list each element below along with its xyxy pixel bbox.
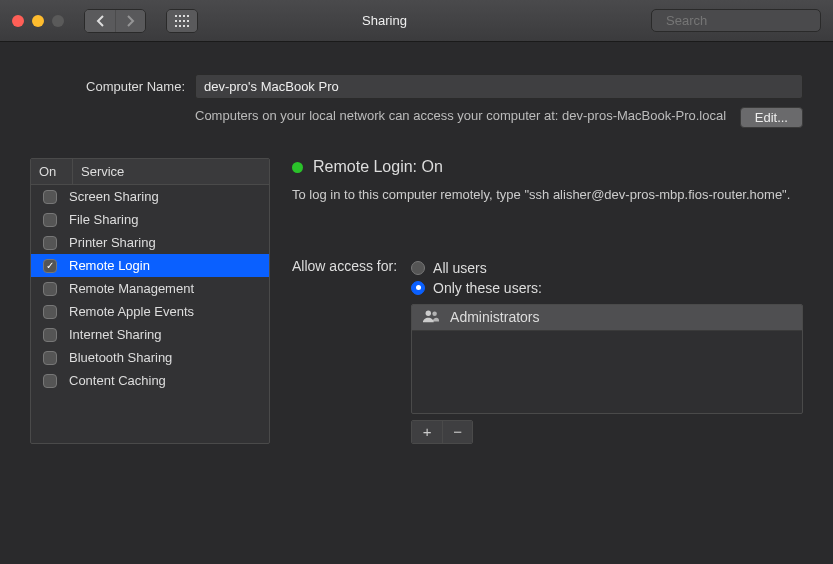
svg-point-14 xyxy=(426,310,431,315)
computer-name-hint: Computers on your local network can acce… xyxy=(195,107,728,128)
service-row[interactable]: Printer Sharing xyxy=(31,231,269,254)
header-on: On xyxy=(31,159,73,184)
service-checkbox[interactable]: ✓ xyxy=(43,259,57,273)
main-area: On Service Screen SharingFile SharingPri… xyxy=(30,158,803,444)
status-indicator-icon xyxy=(292,162,303,173)
titlebar: Sharing xyxy=(0,0,833,42)
service-label: Remote Login xyxy=(69,258,150,273)
minimize-window-button[interactable] xyxy=(32,15,44,27)
zoom-window-button[interactable] xyxy=(52,15,64,27)
services-body: Screen SharingFile SharingPrinter Sharin… xyxy=(31,185,269,392)
services-table: On Service Screen SharingFile SharingPri… xyxy=(30,158,270,444)
header-service: Service xyxy=(73,159,269,184)
service-label: Content Caching xyxy=(69,373,166,388)
service-label: Remote Management xyxy=(69,281,194,296)
service-label: File Sharing xyxy=(69,212,138,227)
detail-panel: Remote Login: On To log in to this compu… xyxy=(292,158,803,444)
search-field[interactable] xyxy=(651,9,821,32)
access-section: Allow access for: All users Only these u… xyxy=(292,258,803,444)
back-button[interactable] xyxy=(85,10,115,32)
chevron-right-icon xyxy=(126,15,135,27)
edit-button[interactable]: Edit... xyxy=(740,107,803,128)
service-row[interactable]: Internet Sharing xyxy=(31,323,269,346)
chevron-left-icon xyxy=(96,15,105,27)
service-label: Internet Sharing xyxy=(69,327,162,342)
service-row[interactable]: File Sharing xyxy=(31,208,269,231)
computer-name-row: Computer Name: xyxy=(30,74,803,99)
user-row[interactable]: Administrators xyxy=(412,305,802,331)
add-remove-group: + − xyxy=(411,420,473,444)
services-header: On Service xyxy=(31,159,269,185)
service-label: Printer Sharing xyxy=(69,235,156,250)
access-label: Allow access for: xyxy=(292,258,397,444)
traffic-lights xyxy=(12,15,64,27)
user-list: Administrators xyxy=(411,304,803,414)
radio-icon xyxy=(411,261,425,275)
content: Computer Name: Computers on your local n… xyxy=(0,42,833,456)
radio-only-users[interactable]: Only these users: xyxy=(411,278,803,298)
status-label: Remote Login: On xyxy=(313,158,443,176)
computer-name-label: Computer Name: xyxy=(30,79,185,94)
search-input[interactable] xyxy=(666,13,833,28)
service-label: Remote Apple Events xyxy=(69,304,194,319)
radio-all-label: All users xyxy=(433,260,487,276)
service-checkbox[interactable] xyxy=(43,190,57,204)
service-checkbox[interactable] xyxy=(43,374,57,388)
window-title: Sharing xyxy=(126,13,643,28)
service-checkbox[interactable] xyxy=(43,328,57,342)
service-row[interactable]: ✓Remote Login xyxy=(31,254,269,277)
user-label: Administrators xyxy=(450,309,539,325)
service-row[interactable]: Remote Apple Events xyxy=(31,300,269,323)
computer-name-input[interactable] xyxy=(195,74,803,99)
access-radios: All users Only these users: Administrato… xyxy=(411,258,803,444)
service-label: Screen Sharing xyxy=(69,189,159,204)
service-checkbox[interactable] xyxy=(43,282,57,296)
service-label: Bluetooth Sharing xyxy=(69,350,172,365)
nav-group xyxy=(84,9,146,33)
users-icon xyxy=(422,309,440,326)
status-line: Remote Login: On xyxy=(292,158,803,176)
service-checkbox[interactable] xyxy=(43,236,57,250)
service-row[interactable]: Remote Management xyxy=(31,277,269,300)
service-row[interactable]: Screen Sharing xyxy=(31,185,269,208)
svg-point-15 xyxy=(432,311,437,316)
service-row[interactable]: Bluetooth Sharing xyxy=(31,346,269,369)
add-user-button[interactable]: + xyxy=(412,421,442,443)
service-row[interactable]: Content Caching xyxy=(31,369,269,392)
close-window-button[interactable] xyxy=(12,15,24,27)
login-instruction: To log in to this computer remotely, typ… xyxy=(292,186,803,204)
radio-all-users[interactable]: All users xyxy=(411,258,803,278)
service-checkbox[interactable] xyxy=(43,351,57,365)
remove-user-button[interactable]: − xyxy=(442,421,472,443)
forward-button[interactable] xyxy=(115,10,145,32)
service-checkbox[interactable] xyxy=(43,305,57,319)
service-checkbox[interactable] xyxy=(43,213,57,227)
radio-icon xyxy=(411,281,425,295)
radio-only-label: Only these users: xyxy=(433,280,542,296)
